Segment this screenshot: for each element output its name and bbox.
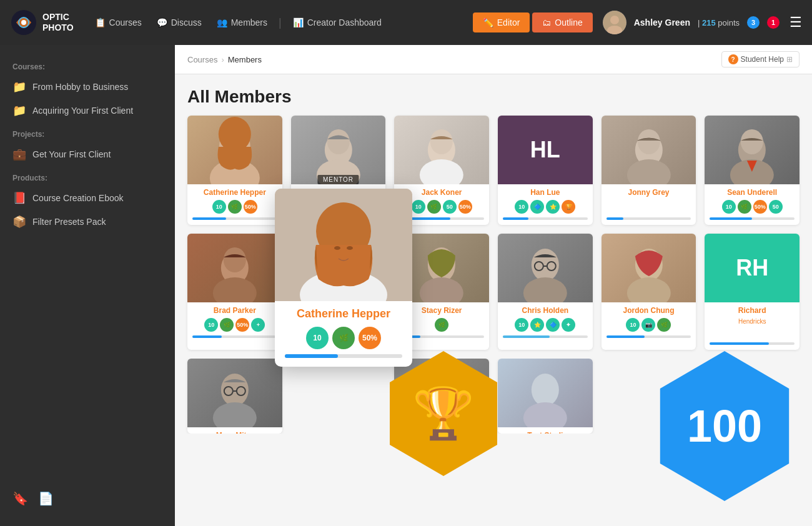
nav-courses[interactable]: 📋 Courses [89, 14, 148, 31]
page-title-bar: All Members [175, 74, 812, 116]
svg-point-31 [420, 277, 463, 302]
svg-point-54 [347, 246, 353, 250]
member-card-test[interactable]: Test Studi [498, 359, 593, 434]
trophy-overlay: 🏆 [381, 351, 506, 476]
member-card-catherine[interactable]: Catherine Hepper 10 🌿 50% [187, 116, 282, 225]
member-card-jonny[interactable]: Jonny Grey [602, 116, 696, 225]
courses-section-label: Courses: [0, 55, 175, 75]
sidebar-item-hobby[interactable]: 📁 From Hobby to Business [0, 75, 175, 99]
breadcrumb-members: Members [228, 55, 262, 64]
member-card-brad[interactable]: Brad Parker 10 🌿 50% + [187, 234, 282, 350]
sidebar-item-ebook[interactable]: 📕 Course Creation Ebook [0, 186, 175, 210]
top-nav: OPTIC PHOTO 📋 Courses 💬 Discuss 👥 Member… [0, 0, 812, 45]
mentor-badge: MENTOR [318, 175, 359, 184]
member-badges-richard [710, 325, 795, 339]
main-content: Courses › Members ? Student Help ⊞ All M… [175, 45, 812, 526]
member-badges-chris: 10 ⭐ 🔷 ✦ [503, 318, 588, 332]
member-card-jordon[interactable]: Jordon Chung 10 📷 🌿 [602, 234, 696, 350]
member-name-mara: Mara Mitry [192, 431, 277, 434]
popup-badge-10: 10 [306, 327, 329, 349]
badge-10-sean: 10 [722, 200, 736, 214]
photo-chris [498, 234, 593, 302]
sidebar-bottom: 🔖 📄 [0, 481, 175, 516]
member-card-sean[interactable]: Sean Underell 10 🌿 50% 50 [705, 116, 800, 225]
member-card-mara[interactable]: Mara Mitry 10 🌿 📷 [187, 359, 282, 434]
member-info-jordon: Jordon Chung 10 📷 🌿 [602, 302, 696, 343]
member-name-catherine: Catherine Hepper [192, 188, 277, 197]
nav-members[interactable]: 👥 Members [210, 14, 274, 31]
badge-leaf-brad: 🌿 [220, 318, 234, 332]
document-icon[interactable]: 📄 [38, 491, 54, 506]
outline-button[interactable]: 🗂 Outline [532, 12, 592, 32]
badge-4-chris: ✦ [562, 318, 575, 332]
help-question-icon: ? [728, 54, 738, 64]
badge-3-han: ⭐ [546, 200, 560, 214]
badge-cam-jordon: 📷 [641, 318, 655, 332]
popup-name: Catherine Hepper [275, 301, 412, 324]
popup-badge-50pct: 50% [359, 327, 381, 349]
popup-badges: 10 🌿 50% [275, 324, 412, 354]
editor-button[interactable]: ✏️ Editor [473, 12, 530, 32]
svg-point-32 [532, 249, 559, 281]
notification-badge-1[interactable]: 3 [747, 16, 760, 29]
number-overlay: 100 [650, 351, 800, 501]
badge-50-sean: 50 [769, 200, 783, 214]
user-name: Ashley Green [634, 17, 690, 27]
sidebar-item-presets[interactable]: 📦 Filter Presets Pack [0, 210, 175, 234]
member-name-richard-2: Hendricks [710, 318, 795, 325]
photo-sean [705, 116, 800, 184]
sidebar-item-client[interactable]: 📁 Acquiring Your First Client [0, 99, 175, 122]
badge-50-jack: 50 [443, 200, 457, 214]
member-info-richard: Richard Hendricks [705, 302, 800, 350]
discuss-icon: 💬 [157, 17, 167, 27]
dashboard-icon: 📊 [293, 17, 304, 27]
nav-discuss[interactable]: 💬 Discuss [151, 14, 208, 31]
svg-point-33 [523, 277, 567, 302]
student-help-button[interactable]: ? Student Help ⊞ [721, 51, 800, 67]
skip-col [291, 359, 386, 434]
photo-test [498, 359, 593, 427]
avatar[interactable] [603, 11, 626, 34]
photo-catherine [187, 116, 282, 184]
badge-50pct-brad: 50% [235, 318, 249, 332]
notification-badge-2[interactable]: 1 [767, 16, 780, 29]
breadcrumb-courses[interactable]: Courses [187, 55, 217, 64]
bookmark-icon[interactable]: 🔖 [12, 491, 28, 506]
svg-point-4 [610, 16, 619, 24]
svg-point-46 [532, 374, 559, 406]
photo-mara [187, 359, 282, 427]
products-section-label: Products: [0, 166, 175, 186]
member-card-chris[interactable]: Chris Holden 10 ⭐ 🔷 ✦ [498, 234, 593, 350]
badge-10-brad: 10 [204, 318, 218, 332]
badge-10-han: 10 [515, 200, 528, 214]
badge-leaf: 🌿 [228, 200, 242, 214]
badge-10-chris: 10 [515, 318, 528, 332]
svg-point-23 [213, 277, 257, 302]
badge-50pct-sean: 50% [753, 200, 767, 214]
number-100-text: 100 [687, 400, 762, 452]
sidebar-item-project[interactable]: 💼 Get Your First Client [0, 142, 175, 166]
svg-point-14 [420, 159, 463, 184]
badge-10-jack: 10 [412, 200, 425, 214]
badge-leaf-sean: 🌿 [738, 200, 751, 214]
member-name-brad: Brad Parker [192, 306, 277, 315]
badge-50pct-jack: 50% [458, 200, 472, 214]
hamburger-menu[interactable]: ☰ [790, 14, 802, 31]
popup-card[interactable]: Catherine Hepper 10 🌿 50% [275, 189, 412, 367]
svg-point-39 [221, 374, 249, 406]
photo-brad [187, 234, 282, 302]
logo[interactable]: OPTIC PHOTO [10, 9, 74, 36]
members-grid-row2: Brad Parker 10 🌿 50% + [175, 234, 812, 359]
nav-creator-dashboard[interactable]: 📊 Creator Dashboard [287, 14, 388, 31]
member-badges-jordon: 10 📷 🌿 [607, 318, 691, 332]
member-name-han: Han Lue [503, 188, 588, 197]
member-card-han[interactable]: HL Han Lue 10 🔷 ⭐ 🏆 [498, 116, 593, 225]
outline-icon: 🗂 [542, 17, 551, 27]
member-card-richard[interactable]: RH Richard Hendricks [705, 234, 800, 350]
nav-links: 📋 Courses 💬 Discuss 👥 Members | 📊 Creato… [89, 12, 593, 32]
popup-photo-svg [275, 189, 412, 301]
members-grid-row1: Catherine Hepper 10 🌿 50% [175, 116, 812, 234]
trophy-hexagon: 🏆 [381, 351, 506, 476]
book-icon: 📕 [12, 191, 26, 205]
svg-point-21 [741, 129, 763, 154]
